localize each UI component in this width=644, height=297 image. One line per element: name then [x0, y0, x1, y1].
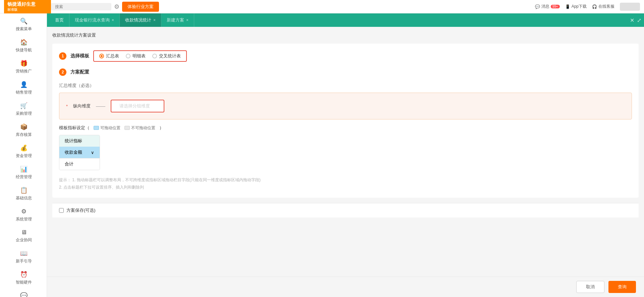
- app-download-label: App下载: [572, 4, 587, 9]
- purchase-icon: 🛒: [20, 102, 28, 109]
- sidebar-label-enterprise: 企业协同: [16, 237, 32, 243]
- radio-detail[interactable]: 明细表: [126, 53, 146, 59]
- sidebar-item-finance[interactable]: 💰 资金管理: [0, 140, 47, 161]
- sidebar-item-guide[interactable]: 📖 新手引导: [0, 246, 47, 267]
- cancel-button[interactable]: 取消: [576, 281, 604, 293]
- sidebar-item-enterprise[interactable]: 🖥 企业协同: [0, 225, 47, 246]
- sidebar-item-basic[interactable]: 📋 基础信息: [0, 183, 47, 204]
- dimension-title: 汇总维度（必选）: [59, 83, 632, 89]
- topbar: 畅捷通好生意 标准版 ⚙ 体验行业方案 💬 消息 99+ 📱 App下载 🎧 在…: [0, 0, 644, 13]
- draggable-box: [94, 126, 99, 130]
- sidebar-item-search[interactable]: 🔍 搜索菜单: [0, 13, 47, 35]
- sidebar-item-operations[interactable]: 📊 经营管理: [0, 161, 47, 183]
- metrics-subheader-row: 收款金额 ∨: [59, 147, 100, 158]
- step1-label: 选择模板: [70, 53, 89, 59]
- step2-label: 方案配置: [70, 69, 89, 75]
- tip-line2: 2. 点击标题栏下拉可设置排序、插入列和删除列: [59, 184, 632, 191]
- metrics-header: 模板指标设定（ 可拖动位置 不可拖动位置 ）: [59, 125, 632, 131]
- finance-icon: 💰: [20, 144, 28, 152]
- radio-dot-summary: [99, 54, 104, 58]
- metrics-table: 统计指标 收款金额 ∨ 合计: [59, 135, 100, 170]
- hardware-icon: ⏰: [20, 271, 28, 278]
- dimension-row: * 纵向维度 —— 请选择分组维度: [66, 100, 164, 112]
- dimension-area: * 纵向维度 —— 请选择分组维度: [59, 93, 632, 119]
- metrics-header-row: 统计指标: [59, 135, 100, 147]
- download-icon: 📱: [565, 4, 570, 9]
- message-icon: 💬: [535, 4, 540, 9]
- radio-label-summary: 汇总表: [106, 53, 119, 59]
- tab-label-new-plan: 新建方案: [167, 17, 184, 23]
- guide-icon: 📖: [20, 250, 28, 257]
- footer-bar: 取消 查询: [47, 277, 644, 297]
- config-section: 汇总维度（必选） * 纵向维度 —— 请选择分组维度 模板指标设定（: [59, 83, 632, 191]
- save-label: 方案保存(可选): [66, 207, 96, 213]
- radio-crosstab[interactable]: 交叉统计表: [152, 53, 181, 59]
- page-title: 收款情况统计方案设置: [52, 32, 639, 38]
- metrics-amount-cell[interactable]: 收款金额 ∨: [59, 147, 100, 158]
- inventory-icon: 📦: [20, 123, 28, 131]
- step1-row: 1 选择模板 汇总表 明细表 交叉统计表: [59, 50, 632, 62]
- non-draggable-label: 不可拖动位置: [131, 125, 155, 131]
- tab-close-new-plan[interactable]: ×: [186, 18, 189, 22]
- radio-label-crosstab: 交叉统计表: [159, 53, 181, 59]
- tab-home[interactable]: 首页: [50, 13, 69, 27]
- industry-btn[interactable]: 体验行业方案: [122, 2, 159, 12]
- step2-row: 2 方案配置: [59, 68, 632, 76]
- radio-label-detail: 明细表: [132, 53, 146, 59]
- sidebar-item-marketing[interactable]: 🎁 营销推广: [0, 56, 47, 77]
- dimension-arrow: ——: [96, 103, 105, 109]
- sidebar-label-purchase: 采购管理: [16, 111, 32, 116]
- sidebar-label-quicknav: 快捷导航: [16, 47, 32, 53]
- app-name: 畅捷通好生意: [7, 1, 36, 7]
- save-checkbox[interactable]: [59, 208, 64, 213]
- app-download-btn[interactable]: 📱 App下载: [565, 4, 587, 9]
- search-input[interactable]: [51, 3, 111, 10]
- tab-cashflow[interactable]: 现金银行流水查询 ×: [69, 13, 120, 27]
- system-icon: ⚙: [21, 208, 26, 215]
- tab-close-cashflow[interactable]: ×: [112, 18, 114, 22]
- sidebar-item-wechat[interactable]: 💬 企业微信: [0, 288, 47, 297]
- radio-dot-crosstab: [152, 54, 157, 58]
- save-row: 方案保存(可选): [52, 203, 639, 217]
- step2-badge: 2: [59, 68, 66, 76]
- sidebar-item-quicknav[interactable]: 🏠 快捷导航: [0, 35, 47, 56]
- message-btn[interactable]: 💬 消息 99+: [535, 4, 560, 9]
- step1-badge: 1: [59, 52, 66, 60]
- sidebar-label-basic: 基础信息: [16, 195, 32, 201]
- radio-summary[interactable]: 汇总表: [99, 53, 119, 59]
- user-avatar[interactable]: [620, 3, 640, 11]
- sidebar-label-inventory: 库存核算: [16, 132, 32, 138]
- settings-icon[interactable]: ⚙: [114, 3, 119, 10]
- sidebar-label-hardware: 智能硬件: [16, 280, 32, 285]
- query-button[interactable]: 查询: [608, 281, 636, 293]
- sidebar-item-hardware[interactable]: ⏰ 智能硬件: [0, 267, 47, 288]
- online-service-label: 在线客服: [598, 4, 614, 9]
- dropdown-icon: ∨: [91, 150, 94, 155]
- sidebar-label-finance: 资金管理: [16, 153, 32, 159]
- metrics-amount-label: 收款金额: [65, 149, 82, 155]
- operations-icon: 📊: [20, 165, 28, 173]
- sidebar-item-purchase[interactable]: 🛒 采购管理: [0, 98, 47, 119]
- template-radio-group: 汇总表 明细表 交叉统计表: [93, 50, 187, 62]
- tab-close-receipts[interactable]: ×: [153, 18, 156, 22]
- maximize-icon[interactable]: ⤢: [637, 17, 641, 23]
- non-draggable-box: [124, 126, 130, 130]
- legend-non-draggable: 不可拖动位置: [124, 125, 155, 131]
- app-edition: 标准版: [7, 7, 36, 12]
- sales-icon: 👤: [20, 81, 28, 88]
- metrics-header-cell-label: 统计指标: [59, 135, 100, 147]
- sidebar-item-system[interactable]: ⚙ 系统管理: [0, 204, 47, 225]
- draggable-label: 可拖动位置: [100, 125, 120, 131]
- online-service-btn[interactable]: 🎧 在线客服: [592, 4, 614, 9]
- message-label: 消息: [541, 4, 549, 9]
- sidebar: 🔍 搜索菜单 🏠 快捷导航 🎁 营销推广 👤 销售管理 🛒 采购管理 📦 库存核…: [0, 13, 47, 297]
- sidebar-item-sales[interactable]: 👤 销售管理: [0, 77, 47, 98]
- sidebar-item-inventory[interactable]: 📦 库存核算: [0, 119, 47, 140]
- close-window-icon[interactable]: ✕: [630, 17, 634, 23]
- tab-receipts[interactable]: 收款情况统计 ×: [120, 13, 161, 27]
- topbar-actions: 💬 消息 99+ 📱 App下载 🎧 在线客服: [535, 3, 640, 11]
- tab-new-plan[interactable]: 新建方案 ×: [161, 13, 194, 27]
- app-logo: 畅捷通好生意 标准版: [4, 0, 51, 13]
- dimension-select[interactable]: 请选择分组维度: [111, 100, 164, 112]
- topbar-search-area: ⚙ 体验行业方案: [51, 2, 535, 12]
